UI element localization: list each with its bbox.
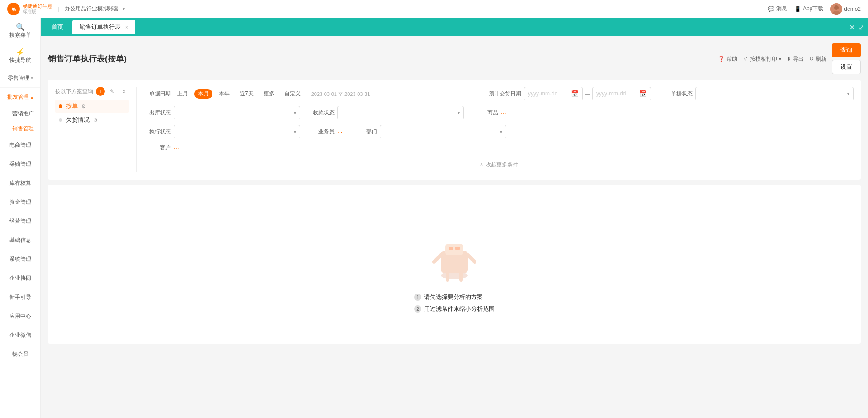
scheme-settings-icon[interactable]: ⚙: [81, 104, 86, 109]
scheme-settings-icon2[interactable]: ⚙: [93, 117, 98, 123]
sidebar-item-wholesale[interactable]: 批发管理 ▴: [0, 88, 40, 106]
sidebar-item-enterprise[interactable]: 企业协同: [0, 269, 40, 288]
tab-bar-right: ✕ ⤢: [849, 23, 864, 32]
collect-status-select[interactable]: ▾: [337, 106, 464, 119]
collapse-label: 收起更多条件: [486, 162, 518, 168]
date-separator: —: [585, 90, 590, 97]
add-scheme-btn[interactable]: +: [96, 87, 105, 96]
sidebar-item-member[interactable]: 畅会员: [0, 345, 40, 364]
doc-status-item: 单据状态 ▾: [665, 87, 854, 100]
date-tag-this-year[interactable]: 本年: [215, 89, 233, 99]
expected-date-inputs: yyyy-mm-dd 📅 — yyyy-mm-dd 📅: [524, 87, 651, 100]
out-status-select[interactable]: ▾: [174, 106, 300, 119]
sidebar-item-retail-label: 零售管理 ▾: [4, 74, 37, 82]
customer-item: 客户 ···: [144, 144, 179, 152]
main-layout: 🔍 搜索菜单 ⚡ 快捷导航 零售管理 ▾ 批发管理 ▴ 营销推广 销售管理 电商…: [0, 18, 868, 418]
user-name: demo2: [844, 6, 861, 12]
logo-icon: 畅: [7, 3, 20, 15]
scheme-item-label2: 欠货情况: [66, 116, 90, 124]
help-btn[interactable]: ❓ 帮助: [718, 55, 737, 63]
expected-date-start[interactable]: yyyy-mm-dd 📅: [524, 87, 583, 100]
svg-line-10: [434, 255, 441, 262]
date-tag-custom[interactable]: 自定义: [281, 89, 304, 99]
goods-item: 商品 ···: [471, 109, 506, 117]
tab-sales-order[interactable]: 销售订单执行表 ×: [72, 20, 135, 34]
exec-status-arrow-icon: ▾: [294, 129, 296, 134]
dept-select[interactable]: ▾: [380, 125, 506, 138]
collapse-bar[interactable]: ∧ 收起更多条件: [144, 157, 854, 172]
date-tag-last-month[interactable]: 上月: [174, 89, 192, 99]
sidebar-sub-item-sales[interactable]: 销售管理: [0, 121, 40, 136]
page-title: 销售订单执行表(按单): [48, 53, 127, 64]
svg-point-3: [834, 5, 839, 10]
filter-scheme-header: 按以下方案查询 + ✎ «: [55, 87, 129, 96]
exec-status-label: 执行状态: [144, 128, 171, 136]
filter-scheme-label: 按以下方案查询: [55, 88, 93, 95]
user-area[interactable]: demo2: [830, 3, 861, 15]
tab-close-icon[interactable]: ×: [125, 24, 128, 30]
message-btn[interactable]: 💬 消息: [768, 5, 787, 13]
sidebar-item-purchase[interactable]: 采购管理: [0, 155, 40, 174]
message-icon: 💬: [768, 6, 774, 12]
goods-select-btn[interactable]: ···: [501, 109, 506, 116]
sidebar-sub-item-marketing[interactable]: 营销推广: [0, 106, 40, 121]
template-print-btn[interactable]: 🖨 按模板打印 ▾: [743, 55, 781, 63]
calendar-icon-end: 📅: [639, 90, 647, 97]
filter-panel: 按以下方案查询 + ✎ « 按单 ⚙ 欠货情况: [48, 80, 861, 180]
sidebar-item-inventory[interactable]: 库存核算: [0, 174, 40, 193]
tab-bar: 首页 销售订单执行表 × ✕ ⤢: [41, 18, 868, 36]
sidebar-item-ecommerce[interactable]: 电商管理: [0, 136, 40, 155]
salesperson-label: 业务员: [307, 128, 335, 136]
collect-status-arrow-icon: ▾: [458, 110, 460, 115]
app-download-btn[interactable]: 📱 App下载: [794, 5, 823, 13]
tab-home[interactable]: 首页: [44, 20, 71, 34]
sidebar-item-wechat[interactable]: 企业微信: [0, 326, 40, 345]
export-btn[interactable]: ⬇ 导出: [787, 55, 804, 63]
date-tag-this-month[interactable]: 本月: [194, 89, 212, 99]
svg-rect-9: [455, 247, 460, 250]
refresh-btn[interactable]: ↻ 刷新: [809, 55, 826, 63]
scheme-dot: [59, 118, 62, 122]
system-title-dropdown-icon[interactable]: ▾: [123, 6, 125, 11]
filter-row-2: 出库状态 ▾ 收款状态 ▾: [144, 106, 854, 119]
doc-status-select[interactable]: ▾: [695, 87, 854, 100]
svg-rect-7: [445, 244, 463, 255]
collapse-scheme-btn[interactable]: «: [119, 87, 128, 96]
sidebar-item-apps[interactable]: 应用中心: [0, 307, 40, 326]
exec-status-item: 执行状态 ▾: [144, 125, 300, 138]
filter-scheme-actions: + ✎ «: [96, 87, 128, 96]
expected-date-end[interactable]: yyyy-mm-dd 📅: [592, 87, 651, 100]
page-header: 销售订单执行表(按单) ❓ 帮助 🖨 按模板打印 ▾ ⬇ 导出: [48, 43, 861, 74]
query-btn[interactable]: 查询: [832, 43, 861, 57]
sidebar-item-newbie[interactable]: 新手引导: [0, 288, 40, 307]
sidebar-item-basic[interactable]: 基础信息: [0, 231, 40, 250]
empty-state: 1 请先选择要分析的方案 2 用过滤条件来缩小分析范围: [48, 185, 861, 344]
scheme-item-按单[interactable]: 按单 ⚙: [55, 100, 129, 113]
date-range-display: 2023-03-01 至 2023-03-31: [311, 91, 370, 98]
exec-status-select[interactable]: ▾: [174, 125, 300, 138]
sidebar-item-system[interactable]: 系统管理: [0, 250, 40, 269]
filter-left: 按以下方案查询 + ✎ « 按单 ⚙ 欠货情况: [55, 87, 137, 172]
sidebar-item-operations[interactable]: 经营管理: [0, 212, 40, 231]
salesperson-select-btn[interactable]: ···: [337, 128, 343, 135]
sidebar-nav-item[interactable]: ⚡ 快捷导航: [0, 43, 40, 69]
tip-num-1: 1: [414, 294, 421, 301]
query-settings-group: 查询 设置: [832, 43, 861, 74]
sidebar-item-retail[interactable]: 零售管理 ▾: [0, 69, 40, 88]
doc-status-label: 单据状态: [665, 90, 693, 98]
settings-btn[interactable]: 设置: [832, 60, 861, 74]
salesperson-item: 业务员 ···: [307, 128, 343, 136]
top-bar-left: 畅 畅捷通好生意 标准版 | 办公用品行业模拟账套 ▾: [7, 3, 125, 15]
edit-scheme-btn[interactable]: ✎: [108, 87, 117, 96]
doc-status-arrow-icon: ▾: [847, 91, 849, 96]
date-tag-last7days[interactable]: 近7天: [236, 89, 257, 99]
scheme-item-label: 按单: [66, 102, 78, 110]
tab-expand-btn[interactable]: ⤢: [859, 23, 864, 32]
filter-date-item: 单据日期 上月 本月 本年 近7天 更多 自定义: [144, 89, 304, 99]
date-tag-more[interactable]: 更多: [260, 89, 278, 99]
tab-close-window-btn[interactable]: ✕: [849, 23, 855, 32]
sidebar-item-finance[interactable]: 资金管理: [0, 193, 40, 212]
scheme-item-欠货情况[interactable]: 欠货情况 ⚙: [55, 113, 129, 127]
customer-select-btn[interactable]: ···: [174, 144, 179, 152]
sidebar-search-item[interactable]: 🔍 搜索菜单: [0, 18, 40, 43]
